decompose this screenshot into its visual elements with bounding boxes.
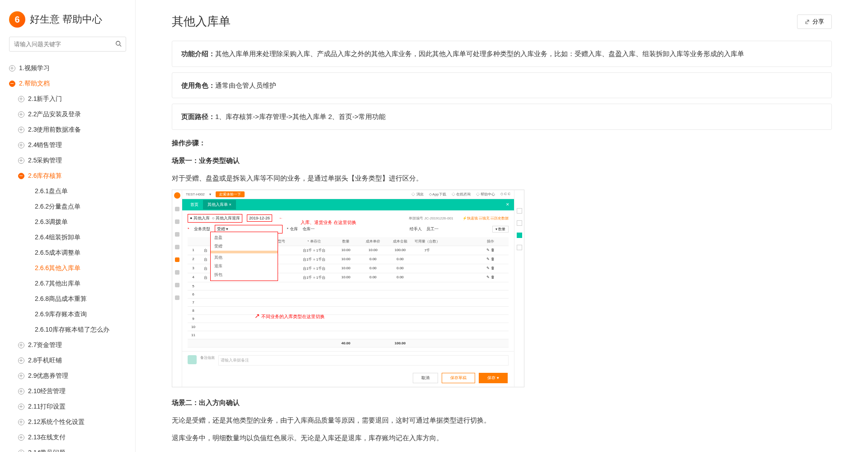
nav-label: 2.帮助文档: [19, 80, 50, 88]
nav-label: 2.6.5成本调整单: [35, 249, 80, 257]
scene2-p1: 无论是受赠，还是其他类型的业务，由于入库商品质量等原因，需要退回，这时可通过单据…: [172, 414, 832, 426]
ss-nav-icon: [175, 232, 179, 237]
nav-label: 2.1新手入门: [28, 95, 62, 103]
expand-icon: [18, 434, 24, 441]
path-box: 页面路径：1、库存核算->库存管理->其他入库单 2、首页->常用功能: [172, 104, 832, 130]
search-input[interactable]: [9, 37, 126, 52]
ss-cancel-button: 取消: [413, 373, 438, 383]
nav-item[interactable]: 2.9优惠券管理: [9, 368, 126, 384]
search-icon[interactable]: [115, 40, 122, 48]
main-content: 其他入库单 分享 功能介绍：其他入库单用来处理除采购入库、产成品入库之外的其他入…: [136, 0, 868, 452]
ss-cta-button: 赶紧体验一下: [216, 191, 245, 197]
expand-icon: [18, 357, 24, 364]
nav-item[interactable]: 2.7资金管理: [9, 338, 126, 353]
scene1-text: 对于受赠、盘盈或是拆装入库等不同的业务，是通过单据头【业务类型】进行区分。: [172, 172, 832, 184]
svg-point-0: [116, 41, 120, 45]
ss-nav-icon: [175, 207, 179, 211]
ss-logo-icon: [174, 192, 180, 199]
sidebar: 6 好生意 帮助中心 1.视频学习2.帮助文档2.1新手入门2.2产品安装及登录…: [0, 0, 136, 452]
nav-label: 2.6.4组装拆卸单: [35, 233, 80, 242]
nav-label: 2.11打印设置: [28, 403, 66, 411]
nav-label: 2.6.10库存账本错了怎么办: [35, 326, 109, 334]
nav-item[interactable]: 2.6.1盘点单: [9, 184, 126, 199]
nav-item[interactable]: 2.6.9库存账本查询: [9, 307, 126, 322]
role-box: 使用角色：通常由仓管人员维护: [172, 72, 832, 99]
nav-label: 2.6.6其他入库单: [35, 264, 80, 272]
nav-label: 2.13在线支付: [28, 433, 66, 442]
ss-save-button: 保存 ▾: [479, 373, 508, 383]
nav-item[interactable]: 2.6.2分量盘点单: [9, 199, 126, 214]
nav-label: 2.5采购管理: [28, 157, 62, 165]
expand-icon: [18, 342, 24, 348]
ss-remark-icon: [188, 355, 197, 364]
nav-item[interactable]: 2.6.7其他出库单: [9, 276, 126, 291]
nav-label: 2.14常见问题: [28, 449, 66, 452]
nav-item[interactable]: 2.14常见问题: [9, 445, 126, 452]
expand-icon: [9, 65, 15, 71]
ss-remark-input: 请输入单据备注: [218, 355, 509, 366]
nav-item[interactable]: 2.8手机旺铺: [9, 353, 126, 368]
ss-nav-icon: [175, 283, 179, 287]
nav-label: 2.6.2分量盘点单: [35, 203, 80, 211]
logo-icon: 6: [9, 11, 25, 28]
nav-label: 2.6.3调拨单: [35, 218, 68, 226]
nav-item[interactable]: 2.6库存核算: [9, 168, 126, 184]
ss-nav-icon-active: [175, 257, 179, 262]
svg-line-1: [120, 45, 122, 47]
ss-tenant-code: TEST-H002: [186, 192, 205, 196]
nav-label: 2.9优惠券管理: [28, 372, 68, 380]
nav-item[interactable]: 2.10经营管理: [9, 384, 126, 399]
nav-label: 2.2产品安装及登录: [28, 110, 81, 119]
ss-nav-icon: [175, 245, 179, 249]
ss-biztype-dropdown: 盘盈受赠其他退库拆包: [210, 232, 278, 281]
nav-item[interactable]: 2.3使用前数据准备: [9, 122, 126, 138]
nav-item[interactable]: 2.1新手入门: [9, 91, 126, 107]
share-icon: [805, 19, 810, 24]
nav-label: 2.6.1盘点单: [35, 187, 68, 195]
scene2-title: 场景二：出入方向确认: [172, 399, 832, 407]
steps-label: 操作步骤：: [172, 139, 832, 147]
ss-tab-current: 其他入库单 ×: [203, 200, 236, 209]
nav-item[interactable]: 2.2产品安装及登录: [9, 107, 126, 122]
nav-label: 2.3使用前数据准备: [28, 126, 81, 134]
ss-date-field: 2019-12-26: [247, 214, 272, 222]
expand-icon: [18, 127, 24, 133]
nav-label: 2.6库存核算: [28, 172, 62, 180]
page-title: 其他入库单: [172, 14, 231, 29]
expand-icon: [18, 388, 24, 395]
expand-icon: [18, 142, 24, 148]
ss-nav-icon: [175, 295, 179, 300]
share-button[interactable]: 分享: [797, 14, 832, 29]
nav-item[interactable]: 2.6.10库存账本错了怎么办: [9, 322, 126, 338]
ss-annotation-2: ↗ 不同业务的入库类型在这里切换: [255, 312, 325, 320]
nav-label: 2.8手机旺铺: [28, 357, 62, 365]
nav-tree: 1.视频学习2.帮助文档2.1新手入门2.2产品安装及登录2.3使用前数据准备2…: [9, 61, 126, 452]
ss-radio-inbound: ● 其他入库 ○ 其他入库退库: [188, 214, 242, 223]
ss-nav-icon: [175, 270, 179, 275]
nav-item[interactable]: 2.6.5成本调整单: [9, 245, 126, 261]
nav-item[interactable]: 2.5采购管理: [9, 153, 126, 168]
nav-label: 1.视频学习: [19, 64, 50, 72]
expand-icon: [18, 450, 24, 452]
nav-item[interactable]: 2.6.8商品成本重算: [9, 291, 126, 307]
logo-title: 好生意 帮助中心: [30, 13, 102, 26]
expand-icon: [18, 419, 24, 425]
nav-item[interactable]: 2.6.3调拨单: [9, 214, 126, 230]
nav-label: 2.12系统个性化设置: [28, 418, 85, 426]
expand-icon: [18, 157, 24, 164]
nav-item[interactable]: 2.11打印设置: [9, 399, 126, 414]
nav-item[interactable]: 2.6.6其他入库单: [9, 261, 126, 276]
nav-item[interactable]: 2.13在线支付: [9, 430, 126, 445]
nav-item[interactable]: 2.帮助文档: [9, 76, 126, 91]
nav-label: 2.6.8商品成本重算: [35, 295, 87, 303]
screenshot-figure: TEST-H002 ▾ 赶紧体验一下 ◇ 消息◇ App下载◇ 在线咨询◇ 帮助…: [172, 190, 524, 387]
scene1-title: 场景一：业务类型确认: [172, 157, 832, 165]
expand-icon: [18, 404, 24, 410]
logo-block: 6 好生意 帮助中心: [9, 11, 126, 28]
collapse-icon: [18, 173, 24, 179]
nav-item[interactable]: 2.4销售管理: [9, 138, 126, 153]
nav-label: 2.7资金管理: [28, 341, 62, 349]
nav-item[interactable]: 1.视频学习: [9, 61, 126, 76]
nav-item[interactable]: 2.6.4组装拆卸单: [9, 230, 126, 245]
nav-item[interactable]: 2.12系统个性化设置: [9, 414, 126, 430]
